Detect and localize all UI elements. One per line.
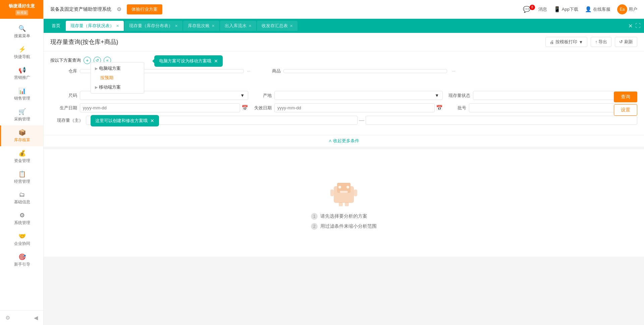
scheme-mobile-label: 移动端方案 — [99, 84, 121, 90]
sidebar-item-marketing[interactable]: 📢 营销推广 — [0, 63, 43, 84]
support-item[interactable]: 👤 在线客服 — [585, 6, 610, 12]
message-icon: 💬 — [523, 6, 530, 13]
collapse-label: 收起更多条件 — [333, 138, 359, 143]
search-icon: 🔍 — [18, 25, 26, 32]
calendar-icon-2[interactable]: 📅 — [436, 105, 443, 111]
sidebar-item-finance[interactable]: 💰 资金管理 — [0, 146, 43, 167]
goods-label: 商品 — [261, 68, 281, 74]
tab-label: 收发存汇总表 — [262, 23, 288, 29]
refresh-label: 刷新 — [624, 39, 633, 44]
collapse-sidebar-icon[interactable]: ◀ — [34, 315, 38, 321]
page-area: 现存量查询(按仓库+商品) 🖨 按模板打印 ▼ ↑ 导出 ↺ 刷新 — [44, 33, 644, 325]
tab-inventory-dist[interactable]: 现存量（库存分布表） ✕ — [124, 21, 182, 31]
tab-inout-flow[interactable]: 出入库流水 ✕ — [220, 21, 256, 31]
page-title: 现存量查询(按仓库+商品) — [50, 38, 118, 46]
tab-close-icon[interactable]: ✕ — [116, 24, 119, 28]
origin-filter: 产地 ▼ — [252, 91, 443, 100]
edit-tooltip-close[interactable]: ✕ — [150, 118, 154, 123]
template-print-btn[interactable]: 🖨 按模板打印 ▼ — [545, 37, 587, 47]
system-icon: ⚙ — [19, 212, 25, 219]
tab-home[interactable]: 首页 — [47, 21, 65, 31]
collapse-icon: ∧ — [328, 138, 332, 143]
goods-select[interactable] — [283, 69, 447, 73]
stock-qty-max[interactable] — [366, 116, 637, 125]
svg-rect-4 — [340, 191, 348, 193]
stock-qty-label: 现存量（主） — [57, 117, 83, 123]
more-dots-1[interactable]: ··· — [247, 69, 257, 73]
empty-illustration — [327, 176, 361, 206]
tree-expand-icon: ▶ — [95, 66, 98, 71]
origin-select[interactable]: ▼ — [274, 91, 443, 100]
support-icon: 👤 — [585, 6, 592, 12]
sidebar-item-enterprise[interactable]: 🤝 企业协同 — [0, 229, 43, 250]
sidebar-item-tutorial[interactable]: 🎯 新手引导 — [0, 250, 43, 271]
sidebar-item-label: 库存核算 — [14, 137, 30, 143]
scheme-tooltip-close[interactable]: ✕ — [214, 58, 218, 64]
tab-close-icon[interactable]: ✕ — [212, 24, 215, 28]
marketing-icon: 📢 — [18, 66, 26, 74]
size-label: 尺码 — [57, 93, 77, 99]
tab-inventory-status[interactable]: 现存量（库存状况表） ✕ — [66, 21, 124, 31]
header-right: 💬 8 消息 📱 App下载 👤 在线客服 Ea 用户 — [523, 4, 637, 14]
support-label: 在线客服 — [593, 6, 610, 12]
sidebar-item-purchase[interactable]: 🛒 采购管理 — [0, 105, 43, 125]
scheme-child[interactable]: 按预期 — [91, 73, 144, 83]
sidebar-item-search[interactable]: 🔍 搜索菜单 — [0, 21, 43, 42]
query-btn[interactable]: 查询 — [614, 92, 637, 102]
scheme-desktop[interactable]: ▶ 电脑端方案 — [91, 64, 144, 73]
sidebar-item-operations[interactable]: 📋 经营管理 — [0, 167, 43, 188]
page-actions: 🖨 按模板打印 ▼ ↑ 导出 ↺ 刷新 — [545, 37, 637, 47]
mfg-date-start[interactable] — [80, 103, 240, 112]
message-badge: 8 — [530, 5, 535, 10]
svg-rect-8 — [345, 202, 349, 206]
step-1-text: 请先选择要分析的方案 — [320, 213, 367, 219]
enterprise-icon: 🤝 — [18, 232, 26, 240]
tree-expand-icon2: ▶ — [95, 85, 98, 90]
system-title: 装备及固定资产辅助管理系统 — [50, 6, 111, 12]
batch-no-filter: 批号 — [446, 103, 637, 112]
refresh-btn[interactable]: ↺ 刷新 — [615, 37, 637, 47]
chevron-down-icon: ▼ — [579, 40, 583, 45]
header-settings-icon[interactable]: ⚙ — [117, 6, 121, 12]
empty-steps: 1 请先选择要分析的方案 2 用过滤条件来缩小分析范围 — [311, 213, 377, 230]
sidebar-item-label: 基础信息 — [14, 199, 30, 205]
tab-close-all-icon[interactable]: ✕ — [628, 23, 633, 29]
settings-bottom-icon[interactable]: ⚙ — [5, 315, 10, 321]
sidebar-item-system[interactable]: ⚙ 系统管理 — [0, 208, 43, 229]
export-btn[interactable]: ↑ 导出 — [591, 37, 611, 47]
exp-date-start[interactable] — [274, 103, 435, 112]
logo-tag: 标准版 — [15, 10, 28, 15]
sidebar-item-sales[interactable]: 📊 销售管理 — [0, 84, 43, 105]
tab-fullscreen-icon[interactable]: ⛶ — [635, 23, 641, 29]
template-print-label: 按模板打印 — [555, 39, 577, 45]
more-dots-2[interactable]: ··· — [452, 69, 455, 73]
tab-close-icon[interactable]: ✕ — [249, 24, 252, 28]
message-item[interactable]: 💬 8 消息 — [523, 6, 547, 13]
industry-btn[interactable]: 体验行业方案 — [127, 4, 162, 14]
collapse-bar[interactable]: ∧ 收起更多条件 — [44, 135, 644, 147]
sidebar-item-quick-nav[interactable]: ⚡ 快捷导航 — [0, 42, 43, 63]
chevron-down-origin: ▼ — [435, 93, 439, 98]
tab-close-icon[interactable]: ✕ — [175, 24, 178, 28]
add-scheme-btn[interactable]: + — [84, 57, 91, 64]
sidebar-item-label: 经营管理 — [14, 179, 30, 184]
app-download-item[interactable]: 📱 App下载 — [554, 6, 578, 12]
tab-bar: 首页 现存量（库存状况表） ✕ 现存量（库存分布表） ✕ 库存批次账 ✕ 出入库… — [44, 19, 644, 33]
operations-icon: 📋 — [18, 170, 26, 178]
reset-btn[interactable]: 设置 — [614, 104, 637, 116]
calendar-icon-1[interactable]: 📅 — [241, 105, 248, 111]
batch-no-input[interactable] — [469, 103, 637, 112]
tab-batch-ledger[interactable]: 库存批次账 ✕ — [183, 21, 219, 31]
sidebar-item-basic-info[interactable]: 🗂 基础信息 — [0, 188, 43, 208]
user-item[interactable]: Ea 用户 — [617, 4, 637, 14]
top-header: 装备及固定资产辅助管理系统 ⚙ 体验行业方案 💬 8 消息 📱 App下载 👤 … — [44, 0, 644, 19]
edit-tooltip-text: 这里可以创建和修改方案哦 — [95, 118, 148, 124]
logo-text: 畅捷通好生意 — [9, 3, 35, 9]
stock-status-select[interactable]: ▼ — [473, 91, 637, 100]
tab-receive-summary[interactable]: 收发存汇总表 ✕ — [257, 21, 298, 31]
tab-label: 库存批次账 — [188, 23, 210, 29]
scheme-mobile[interactable]: ▶ 移动端方案 — [91, 83, 144, 92]
tab-close-icon[interactable]: ✕ — [290, 24, 293, 28]
sidebar-item-inventory[interactable]: 📦 库存核算 — [0, 125, 43, 146]
goods-filter: 商品 — [261, 68, 447, 74]
